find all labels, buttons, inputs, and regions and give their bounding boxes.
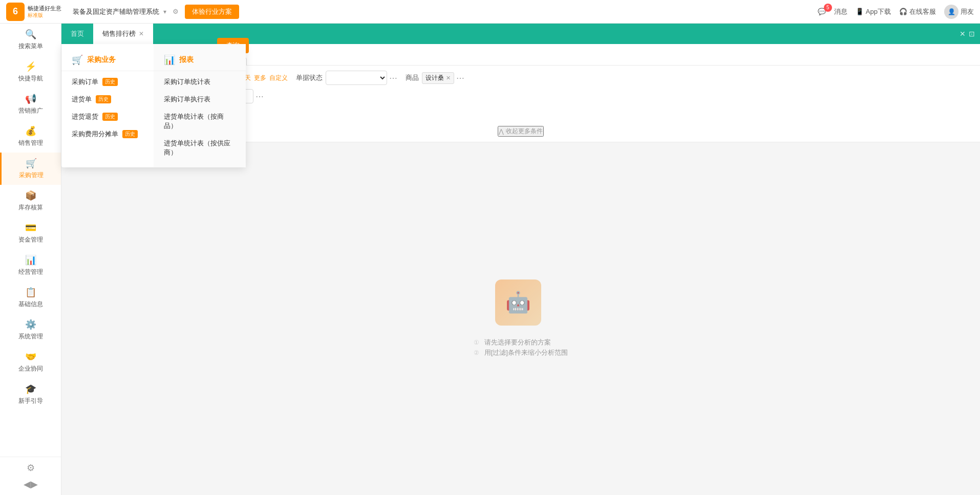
order-status-label: 单据状态 <box>296 73 323 82</box>
date-more-btn[interactable]: 更多 <box>254 74 266 82</box>
sidebar-label-marketing: 营销推广 <box>18 106 43 115</box>
dropdown-item-purchase-order[interactable]: 采购订单 历史 <box>61 73 154 91</box>
sidebar-label-sales: 销售管理 <box>18 139 43 147</box>
history-badge-2: 历史 <box>102 113 118 121</box>
sidebar-label-search: 搜索菜单 <box>18 42 43 51</box>
sidebar-item-finance[interactable]: 💳 资金管理 <box>0 217 61 249</box>
sidebar-item-inventory[interactable]: 📦 库存核算 <box>0 185 61 217</box>
sidebar-item-basic-info[interactable]: 📋 基础信息 <box>0 282 61 314</box>
box-icon: 📦 <box>25 190 36 201</box>
goods-dots[interactable]: ⋯ <box>456 73 464 83</box>
app-wrapper: 6 畅捷通好生意 标准版 装备及固定资产辅助管理系统 ▾ ⚙ 体验行业方案 💬 … <box>0 0 980 495</box>
salesperson-dots[interactable]: ⋯ <box>255 92 264 101</box>
tab-bar-actions: ✕ ⊡ <box>954 30 980 38</box>
dropdown-item-po-stats[interactable]: 采购订单统计表 <box>154 73 246 91</box>
dropdown-col-report: 📊 报表 采购订单统计表 采购订单执行表 进货单统计表（按商品） 进货单统计表（… <box>154 44 246 167</box>
user-name: 用友 <box>961 7 974 16</box>
logo-text: 畅捷通好生意 标准版 <box>28 5 61 18</box>
order-status-dots[interactable]: ⋯ <box>389 73 397 83</box>
history-badge-0: 历史 <box>102 78 118 86</box>
empty-hint-text: ① 请先选择要分析的方案 ② 用[过滤]条件来缩小分析范围 <box>474 337 568 358</box>
sidebar-item-sales[interactable]: 💰 销售管理 <box>0 120 61 153</box>
collapse-button[interactable]: ⋀ 收起更多条件 <box>498 126 544 137</box>
user-item[interactable]: 👤 用友 <box>944 5 974 19</box>
purchase-dropdown-menu: 🛒 采购业务 采购订单 历史 进货单 历史 进货退货 历史 采购费用分摊单 历史 <box>61 44 246 167</box>
tab-close-icon[interactable]: ✕ <box>139 30 144 37</box>
goods-tag-close[interactable]: ✕ <box>446 75 451 81</box>
dropdown-item-purchase-expense[interactable]: 采购费用分摊单 历史 <box>61 125 154 143</box>
order-status-filter: 单据状态 ⋯ <box>296 71 397 85</box>
sidebar-label-system: 系统管理 <box>18 332 43 341</box>
dropdown-col-report-title: 📊 报表 <box>154 50 246 71</box>
goods-label: 商品 <box>406 73 419 82</box>
tab-close-all-btn[interactable]: ✕ <box>960 30 966 38</box>
sidebar-settings-btn[interactable]: ⚙ <box>27 462 35 474</box>
sidebar-collapse-btn[interactable]: ◀▶ <box>24 479 38 490</box>
gear-icon: ⚙️ <box>25 319 36 330</box>
logo-icon: 6 <box>6 3 25 21</box>
dropdown-item-goods-stats-supplier[interactable]: 进货单统计表（按供应商） <box>154 135 246 161</box>
handshake-icon: 🤝 <box>25 351 36 362</box>
sidebar-item-system[interactable]: ⚙️ 系统管理 <box>0 314 61 346</box>
clipboard-icon: 📋 <box>25 287 36 298</box>
sidebar-item-search[interactable]: 🔍 搜索菜单 <box>0 24 61 56</box>
logo-area: 6 畅捷通好生意 标准版 <box>6 3 68 21</box>
goods-filter: 商品 设计桑 ✕ ⋯ <box>406 72 464 84</box>
sidebar-item-quick-nav[interactable]: ⚡ 快捷导航 <box>0 56 61 88</box>
sidebar-item-marketing[interactable]: 📢 营销推广 <box>0 88 61 120</box>
sidebar-item-management[interactable]: 📊 经营管理 <box>0 249 61 282</box>
dropdown-item-po-exec[interactable]: 采购订单执行表 <box>154 91 246 108</box>
tab-sales-rank[interactable]: 销售排行榜 ✕ <box>93 24 153 44</box>
sidebar-label-guide: 新手引导 <box>18 397 43 405</box>
megaphone-icon: 📢 <box>25 93 36 104</box>
app-download-item[interactable]: 📱 App下载 <box>856 7 891 16</box>
dropdown-item-goods-return[interactable]: 进货退货 历史 <box>61 108 154 125</box>
tab-home[interactable]: 首页 <box>61 24 93 44</box>
system-title: 装备及固定资产辅助管理系统 <box>73 7 159 16</box>
chart-icon: 📊 <box>25 254 36 266</box>
cart-icon: 🛒 <box>26 158 37 169</box>
online-service-item[interactable]: 🎧 在线客服 <box>899 7 936 16</box>
date-custom-btn[interactable]: 自定义 <box>269 74 288 82</box>
dropdown-col-purchase-title: 🛒 采购业务 <box>61 50 154 71</box>
message-label: 消息 <box>834 7 847 16</box>
order-status-select[interactable] <box>326 71 387 85</box>
collapse-up-icon: ⋀ <box>499 128 504 135</box>
sidebar-item-purchase[interactable]: 🛒 采购管理 <box>0 153 61 185</box>
top-bar: 6 畅捷通好生意 标准版 装备及固定资产辅助管理系统 ▾ ⚙ 体验行业方案 💬 … <box>0 0 980 24</box>
graduation-icon: 🎓 <box>25 383 36 395</box>
dropdown-item-goods-stats-product[interactable]: 进货单统计表（按商品） <box>154 108 246 135</box>
money-icon: 💰 <box>25 125 36 137</box>
sidebar-item-enterprise[interactable]: 🤝 企业协同 <box>0 346 61 378</box>
card-icon: 💳 <box>25 222 36 233</box>
sidebar-label-enterprise: 企业协同 <box>18 364 43 373</box>
industry-button[interactable]: 体验行业方案 <box>185 5 239 19</box>
top-bar-right: 💬 5 消息 📱 App下载 🎧 在线客服 👤 用友 <box>818 5 974 19</box>
sidebar-item-guide[interactable]: 🎓 新手引导 <box>0 378 61 411</box>
user-avatar: 👤 <box>944 5 958 19</box>
sidebar-label-quick-nav: 快捷导航 <box>18 74 43 83</box>
dropdown-item-goods-receipt[interactable]: 进货单 历史 <box>61 91 154 108</box>
top-bar-middle: 装备及固定资产辅助管理系统 ▾ ⚙ 体验行业方案 <box>68 5 818 19</box>
system-dropdown-arrow[interactable]: ▾ <box>163 8 166 15</box>
headset-icon: 🎧 <box>899 8 907 15</box>
tab-maximize-btn[interactable]: ⊡ <box>969 30 975 38</box>
history-badge-3: 历史 <box>122 130 138 138</box>
sidebar-label-purchase: 采购管理 <box>19 171 44 180</box>
history-badge-1: 历史 <box>96 95 111 103</box>
sidebar: 🔍 搜索菜单 ⚡ 快捷导航 📢 营销推广 💰 销售管理 🛒 采购管理 📦 <box>0 24 61 495</box>
lightning-icon: ⚡ <box>25 61 36 72</box>
notification-item[interactable]: 💬 5 消息 <box>818 7 847 16</box>
sidebar-label-basic-info: 基础信息 <box>18 300 43 309</box>
purchase-col-icon: 🛒 <box>72 54 83 66</box>
search-icon: 🔍 <box>25 29 36 40</box>
sidebar-bottom: ⚙ ◀▶ <box>0 457 61 495</box>
sidebar-label-management: 经营管理 <box>18 268 43 276</box>
empty-state: 🤖 ① 请先选择要分析的方案 ② 用[过滤]条件来缩小分析范围 <box>61 142 980 495</box>
sidebar-label-inventory: 库存核算 <box>18 203 43 212</box>
goods-tag: 设计桑 ✕ <box>422 72 454 84</box>
notification-badge: 5 <box>824 4 832 12</box>
dropdown-col-purchase: 🛒 采购业务 采购订单 历史 进货单 历史 进货退货 历史 采购费用分摊单 历史 <box>61 44 154 167</box>
empty-illustration: 🤖 <box>495 279 546 331</box>
settings-icon[interactable]: ⚙ <box>173 8 179 15</box>
